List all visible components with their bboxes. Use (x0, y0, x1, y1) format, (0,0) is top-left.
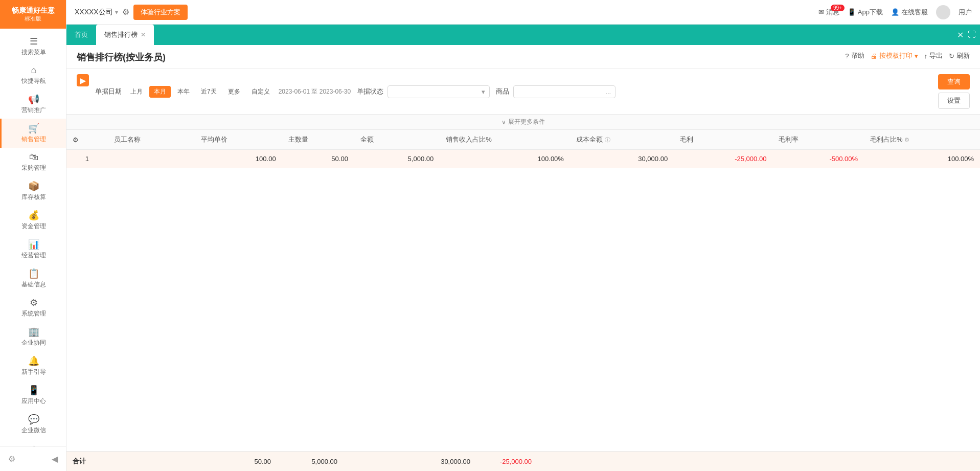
th-name: 员工名称 (108, 130, 195, 150)
tabbar: 首页 销售排行榜 ✕ ✕ ⛶ (66, 25, 980, 45)
export-action[interactable]: ↑ 导出 (924, 51, 943, 60)
sidebar-item-operation[interactable]: 📊经营管理 (0, 235, 66, 264)
sidebar-icon-app-center: 📱 (28, 385, 39, 396)
sidebar-icon-base-info: 📋 (28, 268, 39, 279)
tab-home[interactable]: 首页 (66, 25, 96, 45)
print-icon: 🖨 (871, 52, 877, 60)
data-table: ⚙ 员工名称 平均单价 主数量 全额 销售收入占比% 成本全额 ⓘ 毛利 毛利率… (66, 130, 980, 168)
sidebar-item-member[interactable]: ✦畅会员 (0, 439, 66, 446)
product-filter-group: 商品 ... (496, 85, 616, 98)
template-print-action[interactable]: 🖨 按模板打印 ▾ (871, 51, 918, 60)
print-arrow-icon: ▾ (915, 52, 918, 60)
sidebar-label-sales: 销售管理 (21, 135, 46, 144)
table-container: ⚙ 员工名称 平均单价 主数量 全额 销售收入占比% 成本全额 ⓘ 毛利 毛利率… (66, 130, 980, 451)
sidebar-icon-system: ⚙ (30, 297, 38, 308)
sidebar-label-app-center: 应用中心 (21, 397, 46, 406)
tab-home-label: 首页 (75, 30, 88, 39)
sidebar-icon-sales: 🛒 (28, 123, 39, 134)
footer-gross: -25,000.00 (476, 458, 538, 465)
help-icon: ? (845, 52, 849, 60)
product-select[interactable]: ... (513, 85, 616, 98)
expand-more-bar[interactable]: ∨ 展开更多条件 (66, 115, 980, 130)
date-filter-label: 单据日期 (95, 87, 122, 96)
sidebar-logo: 畅康通好生意 标准版 (0, 0, 66, 29)
date-opt-7days[interactable]: 近7天 (196, 86, 221, 98)
expand-more-text: ∨ 展开更多条件 (502, 118, 545, 126)
query-button[interactable]: 查询 (938, 74, 970, 89)
tab-close-all-icon[interactable]: ✕ (957, 30, 964, 40)
sidebar-icon-member: ✦ (30, 443, 38, 446)
date-range-text: 2023-06-01 至 2023-06-30 (279, 87, 351, 96)
th-qty: 主数量 (282, 130, 354, 150)
sidebar-settings-icon[interactable]: ⚙ (8, 454, 15, 464)
sidebar-label-enterprise: 企业协同 (21, 339, 46, 347)
right-buttons: 查询 设置 (938, 74, 970, 109)
filter-toggle[interactable]: ▶ (77, 74, 89, 86)
sidebar-item-app-center[interactable]: 📱应用中心 (0, 380, 66, 410)
sidebar: 畅康通好生意 标准版 ☰搜索菜单⌂快捷导航📢营销推广🛒销售管理🛍采购管理📦库存核… (0, 0, 66, 471)
app-title: 畅康通好生意 (12, 6, 55, 15)
cell-qty: 50.00 (282, 150, 354, 168)
date-opt-thisyear[interactable]: 本年 (173, 86, 194, 98)
sidebar-item-enterprise[interactable]: 🏢企业协同 (0, 322, 66, 351)
online-service-item[interactable]: 👤 在线客服 (891, 8, 928, 17)
date-opt-more[interactable]: 更多 (223, 86, 245, 98)
page-title: 销售排行榜(按业务员) (77, 51, 166, 69)
date-opt-custom[interactable]: 自定义 (247, 86, 275, 98)
footer-amount: 5,000.00 (277, 458, 344, 465)
sidebar-icon-guide: 🔔 (28, 355, 39, 367)
tab-fullscreen-icon[interactable]: ⛶ (968, 30, 976, 39)
sidebar-label-base-info: 基础信息 (21, 280, 46, 289)
th-cost: 成本全额 ⓘ (570, 130, 674, 150)
app-download-icon: 📱 (848, 8, 856, 16)
th-gear[interactable]: ⚙ (66, 130, 108, 150)
message-item[interactable]: ✉ 消息 99+ (818, 8, 839, 17)
sidebar-label-guide: 新手引导 (21, 368, 46, 376)
template-print-label: 按模板打印 (879, 51, 913, 60)
expand-chevron-icon: ∨ (502, 119, 506, 126)
footer-label: 合计 (73, 457, 165, 466)
sidebar-item-wechat[interactable]: 💬企业微信 (0, 410, 66, 439)
app-download-item[interactable]: 📱 App下载 (848, 8, 883, 17)
export-icon: ↑ (924, 52, 928, 60)
sidebar-label-inventory: 库存核算 (21, 193, 46, 201)
tab-close-icon[interactable]: ✕ (141, 31, 146, 38)
sidebar-icon-enterprise: 🏢 (28, 326, 39, 338)
sidebar-item-guide[interactable]: 🔔新手引导 (0, 351, 66, 380)
th-gross-rate: 毛利率 (772, 130, 864, 150)
sidebar-item-sales[interactable]: 🛒销售管理 (0, 119, 66, 148)
date-opt-lastmonth[interactable]: 上月 (126, 86, 147, 98)
sidebar-item-base-info[interactable]: 📋基础信息 (0, 264, 66, 293)
company-selector[interactable]: XXXXX公司 ▾ (75, 8, 118, 17)
company-name: XXXXX公司 (75, 8, 113, 17)
footer-cost: 30,000.00 (410, 458, 476, 465)
sidebar-icon-quick-nav: ⌂ (31, 65, 37, 76)
user-avatar[interactable] (936, 5, 950, 19)
th-gross: 毛利 (674, 130, 772, 150)
date-opt-thismonth[interactable]: 本月 (149, 86, 171, 98)
sidebar-item-purchase[interactable]: 🛍采购管理 (0, 148, 66, 176)
trial-button[interactable]: 体验行业方案 (133, 5, 188, 20)
sidebar-item-finance[interactable]: 💰资金管理 (0, 206, 66, 235)
status-select[interactable]: ▾ (388, 85, 490, 98)
help-action[interactable]: ? 帮助 (845, 51, 864, 60)
refresh-label: 刷新 (956, 51, 970, 60)
tabbar-actions: ✕ ⛶ (957, 30, 980, 40)
service-icon: 👤 (891, 8, 899, 16)
sidebar-collapse-icon[interactable]: ◀ (52, 454, 58, 464)
sidebar-item-inventory[interactable]: 📦库存核算 (0, 176, 66, 206)
sidebar-label-system: 系统管理 (21, 309, 46, 318)
gear-col-icon: ⚙ (73, 136, 79, 144)
sidebar-item-quick-nav[interactable]: ⌂快捷导航 (0, 61, 66, 89)
sidebar-item-system[interactable]: ⚙系统管理 (0, 293, 66, 322)
settings-button[interactable]: 设置 (938, 93, 970, 109)
cell-rank: 1 (66, 150, 108, 168)
page-actions: ? 帮助 🖨 按模板打印 ▾ ↑ 导出 ↻ 刷新 (845, 51, 970, 65)
sidebar-item-search-order[interactable]: ☰搜索菜单 (0, 32, 66, 61)
sidebar-item-marketing[interactable]: 📢营销推广 (0, 89, 66, 119)
sidebar-icon-marketing: 📢 (28, 94, 39, 105)
refresh-action[interactable]: ↻ 刷新 (949, 51, 970, 60)
topbar-left: XXXXX公司 ▾ ⚙ 体验行业方案 (75, 5, 188, 20)
tab-sales-rank[interactable]: 销售排行榜 ✕ (96, 25, 154, 45)
topbar-gear-icon[interactable]: ⚙ (122, 7, 129, 17)
